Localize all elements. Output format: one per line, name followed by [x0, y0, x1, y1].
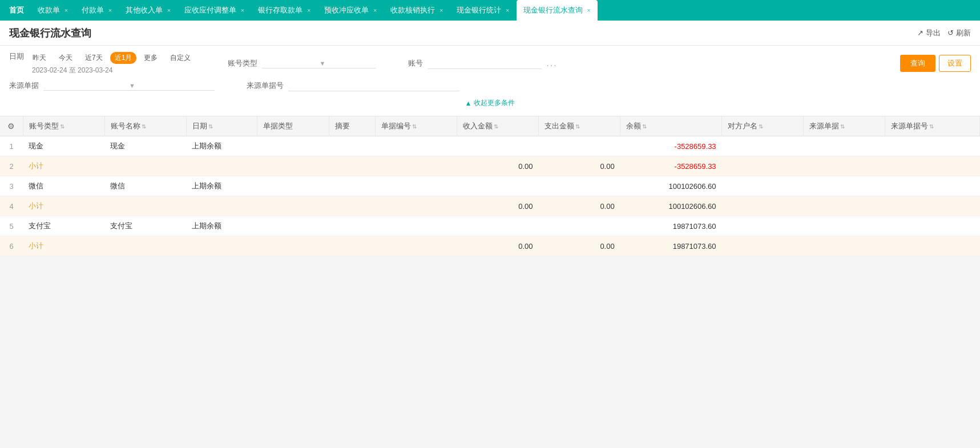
- nav-close-5[interactable]: ×: [373, 7, 377, 14]
- cell-source-doc-num: [885, 216, 980, 236]
- cell-source-doc: [804, 136, 885, 156]
- nav-tab-5[interactable]: 预收冲应收单 ×: [317, 0, 384, 21]
- th-doc-type: 单据类型: [257, 116, 329, 136]
- source-doc-select[interactable]: ▼: [43, 81, 215, 91]
- date-btn-more[interactable]: 更多: [139, 51, 163, 64]
- cell-account-name: [104, 236, 186, 256]
- filter-row-1: 日期 昨天 今天 近7天 近1月 更多 自定义 2023-02-24 至 202…: [9, 51, 971, 75]
- nav-home[interactable]: 首页: [2, 0, 31, 21]
- account-type-select[interactable]: ▼: [262, 59, 376, 68]
- cell-date: [186, 196, 257, 216]
- th-gear[interactable]: ⚙: [0, 116, 23, 136]
- cell-doc-num: [375, 176, 457, 196]
- cell-source-doc: [804, 216, 885, 236]
- th-counterpart: 对方户名⇅: [722, 116, 804, 136]
- sort-icon-expense[interactable]: ⇅: [575, 123, 580, 130]
- page-title: 现金银行流水查询: [9, 26, 91, 40]
- cell-income: [457, 136, 538, 156]
- query-button[interactable]: 查询: [900, 55, 935, 72]
- source-doc-label: 来源单据: [9, 80, 39, 91]
- sort-icon-account-name[interactable]: ⇅: [142, 123, 146, 130]
- cell-doc-num: [375, 196, 457, 216]
- cell-source-doc-num: [885, 156, 980, 176]
- cell-balance: -3528659.33: [620, 136, 722, 156]
- cell-account-type: 小计: [23, 196, 104, 216]
- account-dots[interactable]: ...: [546, 58, 557, 68]
- collapse-text: 收起更多条件: [474, 98, 515, 108]
- nav-tab-7[interactable]: 现金银行统计 ×: [450, 0, 516, 21]
- row-number: 6: [0, 236, 23, 256]
- sort-icon-income[interactable]: ⇅: [494, 123, 498, 130]
- nav-tab-8[interactable]: 现金银行流水查询 ×: [517, 0, 598, 21]
- nav-close-1[interactable]: ×: [108, 7, 112, 14]
- cell-counterpart: [722, 136, 804, 156]
- refresh-icon: ↺: [947, 29, 954, 37]
- filter-row-2: 来源单据 ▼ 来源单据号: [9, 80, 971, 91]
- cell-expense: 0.00: [539, 236, 620, 256]
- nav-tab-2[interactable]: 其他收入单 ×: [119, 0, 178, 21]
- nav-tab-6[interactable]: 收款核销执行 ×: [384, 0, 450, 21]
- account-input[interactable]: [428, 58, 542, 69]
- cell-account-name: [104, 156, 186, 176]
- date-label: 日期: [9, 51, 24, 62]
- date-btn-today[interactable]: 今天: [54, 51, 78, 64]
- cell-doc-type: [257, 136, 329, 156]
- source-doc-arrow: ▼: [129, 82, 212, 89]
- refresh-button[interactable]: ↺ 刷新: [947, 28, 971, 38]
- th-date: 日期⇅: [186, 116, 257, 136]
- nav-close-6[interactable]: ×: [439, 7, 443, 14]
- cell-source-doc: [804, 156, 885, 176]
- cell-expense: 0.00: [539, 156, 620, 176]
- nav-close-8[interactable]: ×: [587, 7, 590, 14]
- cell-balance: 100102606.60: [620, 196, 722, 216]
- cell-balance: 19871073.60: [620, 216, 722, 236]
- page-header: 现金银行流水查询 ↗ 导出 ↺ 刷新: [0, 21, 980, 46]
- date-btn-1month[interactable]: 近1月: [110, 52, 137, 64]
- sort-icon-doc-num[interactable]: ⇅: [412, 123, 417, 130]
- row-number: 1: [0, 136, 23, 156]
- cell-source-doc-num: [885, 176, 980, 196]
- nav-tab-4[interactable]: 银行存取款单 ×: [251, 0, 317, 21]
- settings-button[interactable]: 设置: [939, 55, 971, 72]
- cell-income: 0.00: [457, 236, 538, 256]
- sort-icon-balance[interactable]: ⇅: [642, 123, 647, 130]
- nav-tab-1[interactable]: 付款单 ×: [75, 0, 119, 21]
- nav-close-2[interactable]: ×: [167, 7, 171, 14]
- date-btn-custom[interactable]: 自定义: [165, 51, 196, 64]
- cell-date: [186, 236, 257, 256]
- top-nav: 首页 收款单 × 付款单 × 其他收入单 × 应收应付调整单 × 银行存取款单 …: [0, 0, 980, 21]
- cell-expense: [539, 136, 620, 156]
- date-btn-7days[interactable]: 近7天: [80, 51, 108, 64]
- sort-icon-source-doc-num[interactable]: ⇅: [929, 123, 934, 130]
- source-doc-num-input[interactable]: [288, 80, 459, 91]
- cell-date: 上期余额: [186, 136, 257, 156]
- cell-balance: 100102606.60: [620, 176, 722, 196]
- nav-close-4[interactable]: ×: [307, 7, 310, 14]
- nav-close-7[interactable]: ×: [506, 7, 509, 14]
- export-button[interactable]: ↗ 导出: [917, 28, 941, 38]
- sort-icon-counterpart[interactable]: ⇅: [759, 123, 763, 130]
- cell-doc-type: [257, 156, 329, 176]
- th-source-doc-num: 来源单据号⇅: [885, 116, 980, 136]
- cell-income: [457, 216, 538, 236]
- cell-doc-type: [257, 176, 329, 196]
- th-summary: 摘要: [329, 116, 375, 136]
- nav-tab-3[interactable]: 应收应付调整单 ×: [178, 0, 251, 21]
- sort-icon-source-doc[interactable]: ⇅: [840, 123, 845, 130]
- date-range-display: 2023-02-24 至 2023-03-24: [32, 66, 196, 75]
- cell-doc-type: [257, 236, 329, 256]
- account-type-arrow: ▼: [319, 60, 374, 67]
- collapse-bar[interactable]: ▲ 收起更多条件: [9, 96, 971, 110]
- cell-account-type: 小计: [23, 236, 104, 256]
- nav-close-3[interactable]: ×: [241, 7, 244, 14]
- gear-icon[interactable]: ⚙: [7, 122, 15, 131]
- nav-tab-0[interactable]: 收款单 ×: [31, 0, 75, 21]
- sort-icon-account-type[interactable]: ⇅: [60, 123, 64, 130]
- cell-date: 上期余额: [186, 216, 257, 236]
- date-filter-group: 日期 昨天 今天 近7天 近1月 更多 自定义 2023-02-24 至 202…: [9, 51, 196, 75]
- date-btn-yesterday[interactable]: 昨天: [27, 51, 51, 64]
- cell-account-name: [104, 196, 186, 216]
- nav-close-0[interactable]: ×: [64, 7, 68, 14]
- sort-icon-date[interactable]: ⇅: [208, 123, 213, 130]
- th-expense: 支出金额⇅: [539, 116, 620, 136]
